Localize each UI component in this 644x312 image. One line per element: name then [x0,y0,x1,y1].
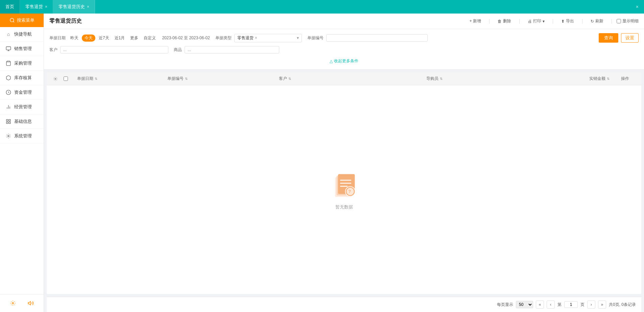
date-btn-today[interactable]: 今天 [82,35,95,42]
th-date[interactable]: 单据日期 ⇅ [75,73,165,84]
top-bar: 首页 零售退货 × 零售退货历史 × × [0,0,644,14]
collapse-row: △ 收起更多条件 [49,57,639,65]
query-button[interactable]: 查询 [599,33,618,43]
tab-home[interactable]: 首页 [0,0,20,14]
content-area: 零售退货历史 + 新增 🗑 删除 🖨 打印 ▾ ⬆ [44,14,644,312]
print-button[interactable]: 🖨 打印 ▾ [524,17,548,25]
filter-actions: 查询 设置 [599,33,639,43]
date-btn-custom[interactable]: 自定义 [142,35,158,42]
sidebar: 搜索菜单 ⌂ 快捷导航 销售管理 采购管理 库存核算 [0,14,44,312]
export-button[interactable]: ⬆ 导出 [558,17,577,25]
th-checkbox[interactable] [62,74,75,84]
th-number[interactable]: 单据编号 ⇅ [165,73,277,84]
number-input[interactable] [326,34,428,42]
th-guide[interactable]: 导购员 ⇅ [424,73,536,84]
number-filter: 单据编号 [307,34,428,42]
delete-button[interactable]: 🗑 删除 [494,17,515,25]
customer-filter: 客户 [49,46,168,53]
prev-page-button[interactable]: ‹ [547,300,555,309]
svg-text:?: ? [348,189,351,194]
next-page-button[interactable]: › [587,300,595,309]
type-dropdown[interactable]: 零售退货 × ▾ [234,34,302,42]
operations-icon [5,104,11,110]
svg-rect-11 [9,119,10,121]
sort-customer-icon: ⇅ [288,77,291,81]
volume-bottom-icon[interactable] [26,298,35,308]
svg-line-1 [13,21,14,22]
collapse-button[interactable]: △ 收起更多条件 [330,58,358,64]
th-customer[interactable]: 客户 ⇅ [277,73,424,84]
svg-rect-12 [6,122,8,124]
date-btn-more[interactable]: 更多 [128,35,140,42]
first-page-button[interactable]: « [536,300,544,309]
page-title: 零售退货历史 [49,18,82,25]
sidebar-item-quick-nav[interactable]: ⌂ 快捷导航 [0,27,44,42]
tab-retail-return-history[interactable]: 零售退货历史 × [53,0,95,14]
tab-bar: 首页 零售退货 × 零售退货历史 × [0,0,630,14]
date-btn-7days[interactable]: 近7天 [97,35,111,42]
sort-amount-icon: ⇅ [607,77,610,81]
page-header: 零售退货历史 + 新增 🗑 删除 🖨 打印 ▾ ⬆ [44,14,644,29]
page-size-select[interactable]: 50 20 100 200 [516,301,533,308]
goods-input[interactable] [185,46,279,53]
sidebar-item-inventory[interactable]: 库存核算 [0,71,44,85]
number-filter-label: 单据编号 [307,35,324,41]
empty-text: 暂无数据 [335,204,353,210]
sort-guide-icon: ⇅ [440,77,443,81]
refresh-icon: ↻ [591,19,594,24]
page-number-input[interactable] [564,301,578,308]
print-icon: 🖨 [528,19,532,24]
system-icon [5,133,11,139]
page-suffix: 页 [580,302,585,308]
print-dropdown-icon: ▾ [543,19,545,24]
tab-retail-return[interactable]: 零售退货 × [20,0,53,14]
purchase-icon [5,60,11,66]
total-info: 共0页, 0条记录 [609,302,636,308]
svg-rect-13 [9,122,10,124]
type-filter-label: 单据类型 [215,35,232,41]
close-tab-retail-return[interactable]: × [45,4,47,9]
table-area: 单据日期 ⇅ 单据编号 ⇅ 客户 ⇅ 导购员 ⇅ 实销金额 ⇅ [47,72,641,294]
sidebar-item-finance[interactable]: 资金管理 [0,85,44,100]
sort-number-icon: ⇅ [185,77,188,81]
close-tab-retail-return-history[interactable]: × [87,4,89,9]
settings-bottom-icon[interactable] [8,298,18,308]
new-button[interactable]: + 新增 [466,17,484,25]
sidebar-item-system[interactable]: 系统管理 [0,129,44,143]
window-close-button[interactable]: × [630,4,644,9]
svg-rect-2 [6,47,10,50]
th-settings[interactable] [49,74,62,84]
sidebar-item-operations[interactable]: 经营管理 [0,100,44,114]
th-amount[interactable]: 实销金额 ⇅ [536,73,612,84]
date-btn-1month[interactable]: 近1月 [113,35,127,42]
divider-4 [582,19,582,24]
select-all-checkbox[interactable] [64,76,68,81]
customer-input[interactable] [60,46,168,53]
inventory-icon [5,75,11,81]
goods-filter: 商品 [174,46,279,53]
filter-row-2: 客户 商品 [49,46,639,53]
collapse-icon: △ [330,59,333,64]
empty-illustration: ? [329,170,359,200]
divider-2 [519,19,520,24]
sidebar-search[interactable]: 搜索菜单 [0,14,44,27]
home-icon: ⌂ [5,31,11,37]
show-detail-checkbox[interactable] [617,19,621,23]
sidebar-item-basic-info[interactable]: 基础信息 [0,114,44,129]
last-page-button[interactable]: » [598,300,606,309]
date-shortcuts: 昨天 今天 近7天 近1月 更多 自定义 [68,35,158,42]
sidebar-item-purchase[interactable]: 采购管理 [0,56,44,71]
svg-marker-16 [28,302,30,305]
divider-3 [553,19,553,24]
page-prefix: 第 [557,302,562,308]
setting-button[interactable]: 设置 [621,33,639,43]
svg-point-17 [55,78,56,80]
svg-rect-10 [6,119,8,121]
svg-point-14 [8,135,9,137]
date-btn-yesterday[interactable]: 昨天 [68,35,80,42]
type-tag-remove[interactable]: × [255,36,257,40]
date-filter-label: 单据日期 [49,35,66,41]
sidebar-item-sales[interactable]: 销售管理 [0,42,44,56]
refresh-button[interactable]: ↻ 刷新 [587,17,607,25]
main-layout: 搜索菜单 ⌂ 快捷导航 销售管理 采购管理 库存核算 [0,14,644,312]
